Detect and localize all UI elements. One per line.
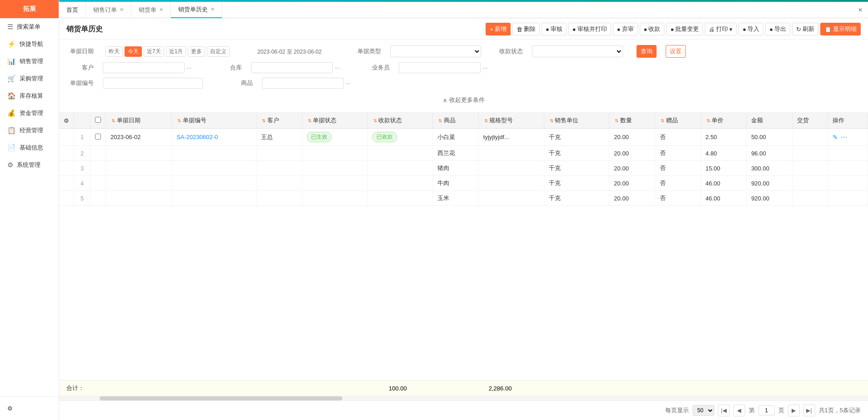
doc-type-select[interactable] bbox=[390, 45, 481, 57]
show-detail-button[interactable]: 📋 显示明细 bbox=[820, 23, 861, 35]
th-unit[interactable]: ⇅ 销售单位 bbox=[544, 113, 609, 129]
sidebar-item-label: 搜索菜单 bbox=[17, 23, 40, 31]
query-button[interactable]: 查询 bbox=[637, 45, 657, 58]
settings-button[interactable]: 设置 bbox=[666, 45, 686, 58]
warehouse-input[interactable] bbox=[251, 62, 333, 73]
th-pay-status[interactable]: ⇅ 收款状态 bbox=[367, 113, 433, 129]
th-spec[interactable]: ⇅ 规格型号 bbox=[478, 113, 544, 129]
date-btn-7days[interactable]: 近7天 bbox=[144, 46, 164, 57]
table-scrollbar[interactable] bbox=[59, 396, 868, 400]
th-goods[interactable]: ⇅ 商品 bbox=[433, 113, 479, 129]
table-row[interactable]: 12023-06-02SA-20230602-0王总已生效已收款小白菜tyjyj… bbox=[59, 129, 868, 146]
warehouse-more-icon[interactable]: ··· bbox=[335, 64, 340, 71]
export-icon: ● bbox=[769, 26, 773, 33]
date-btn-custom[interactable]: 自定义 bbox=[207, 46, 230, 57]
refresh-button[interactable]: ↻ 刷新 bbox=[792, 23, 818, 35]
th-date[interactable]: ⇅ 单据日期 bbox=[106, 113, 172, 129]
approve-button[interactable]: ● 审核 bbox=[542, 23, 567, 35]
row-checkbox-cell[interactable] bbox=[90, 161, 106, 176]
edit-button[interactable]: ✎ bbox=[833, 134, 838, 141]
sidebar-item-system[interactable]: ⚙ 系统管理 bbox=[0, 156, 59, 174]
sidebar-item-finance[interactable]: 💰 资金管理 bbox=[0, 105, 59, 122]
abandon-button[interactable]: ● 弃审 bbox=[613, 23, 638, 35]
summary-label: 合计： bbox=[66, 384, 84, 392]
cell-goods: 牛肉 bbox=[433, 176, 479, 191]
sidebar-logo: 拓展 bbox=[0, 0, 59, 18]
table-row[interactable]: 3猪肉千克20.00否15.00300.00 bbox=[59, 161, 868, 176]
row-checkbox-cell[interactable] bbox=[90, 146, 106, 161]
scrollbar-thumb[interactable] bbox=[100, 396, 342, 400]
page-input[interactable] bbox=[758, 405, 775, 415]
import-button[interactable]: ● 导入 bbox=[738, 23, 763, 35]
salesman-input[interactable] bbox=[399, 62, 481, 73]
date-btn-1month[interactable]: 近1月 bbox=[166, 46, 186, 57]
sidebar-item-inventory[interactable]: 🏠 库存核算 bbox=[0, 87, 59, 105]
goods-more-icon[interactable]: ··· bbox=[346, 80, 351, 87]
doc-no-input[interactable] bbox=[103, 78, 203, 89]
tab-home[interactable]: 首页 bbox=[59, 2, 86, 18]
doc-no-link[interactable]: SA-20230602-0 bbox=[176, 134, 218, 140]
collect-button[interactable]: ● 收款 bbox=[640, 23, 665, 35]
th-gift[interactable]: ⇅ 赠品 bbox=[655, 113, 701, 129]
collapse-button[interactable]: ∧ 收起更多条件 bbox=[66, 93, 861, 107]
next-page-button[interactable]: ▶ bbox=[788, 405, 800, 416]
date-btn-more[interactable]: 更多 bbox=[188, 46, 205, 57]
finance-icon: 💰 bbox=[7, 109, 16, 117]
close-icon[interactable]: ✕ bbox=[211, 6, 215, 12]
select-all-checkbox[interactable] bbox=[95, 117, 101, 123]
date-btn-yesterday[interactable]: 昨天 bbox=[105, 46, 123, 57]
tab-sales-history[interactable]: 销货单历史 ✕ bbox=[171, 2, 222, 18]
tab-sales-delivery[interactable]: 销货单 ✕ bbox=[131, 2, 171, 18]
page-size-select[interactable]: 50 bbox=[692, 405, 714, 416]
sidebar-item-operations[interactable]: 📋 经营管理 bbox=[0, 122, 59, 139]
sidebar-item-search[interactable]: ☰ 搜索菜单 bbox=[0, 18, 59, 35]
purchase-icon: 🛒 bbox=[7, 75, 16, 83]
goods-input[interactable] bbox=[262, 78, 344, 89]
table-row[interactable]: 2西兰花千克20.00否4.8096.00 bbox=[59, 146, 868, 161]
customer-more-icon[interactable]: ··· bbox=[186, 64, 192, 71]
th-gear[interactable]: ⚙ bbox=[59, 113, 74, 129]
row-checkbox-cell[interactable] bbox=[90, 129, 106, 146]
export-button[interactable]: ● 导出 bbox=[765, 23, 790, 35]
table-row[interactable]: 5玉米千克20.00否46.00920.00 bbox=[59, 191, 868, 206]
th-checkbox[interactable] bbox=[90, 113, 106, 129]
salesman-more-icon[interactable]: ··· bbox=[482, 64, 488, 71]
search-menu-icon: ☰ bbox=[7, 23, 13, 31]
sidebar-item-quick-nav[interactable]: ⚡ 快捷导航 bbox=[0, 35, 59, 53]
date-range-display: 2023-06-02 至 2023-06-02 bbox=[257, 47, 348, 56]
close-icon[interactable]: ✕ bbox=[120, 7, 124, 13]
row-checkbox-cell[interactable] bbox=[90, 191, 106, 206]
row-checkbox[interactable] bbox=[95, 134, 101, 140]
sidebar-item-sales[interactable]: 📊 销售管理 bbox=[0, 53, 59, 70]
row-checkbox-cell[interactable] bbox=[90, 176, 106, 191]
close-all-tabs[interactable]: ✕ bbox=[853, 7, 868, 13]
tab-sales-order[interactable]: 销售订单 ✕ bbox=[86, 2, 131, 18]
th-customer[interactable]: ⇅ 客户 bbox=[256, 113, 302, 129]
sort-icon: ⇅ bbox=[373, 118, 377, 123]
batch-change-button[interactable]: ● 批量变更 bbox=[666, 23, 703, 35]
tab-sales-history-label: 销货单历史 bbox=[178, 5, 208, 14]
row-num: 2 bbox=[74, 146, 90, 161]
delete-button[interactable]: 🗑 删除 bbox=[512, 23, 540, 35]
approve-print-button[interactable]: ● 审核并打印 bbox=[568, 23, 611, 35]
sidebar-bottom-btn1[interactable]: ⚙ bbox=[0, 400, 59, 416]
th-doc-no[interactable]: ⇅ 单据编号 bbox=[172, 113, 256, 129]
sidebar-item-basic-info[interactable]: 📄 基础信息 bbox=[0, 139, 59, 156]
close-icon[interactable]: ✕ bbox=[159, 7, 163, 13]
first-page-button[interactable]: |◀ bbox=[718, 405, 730, 416]
cell-doc_no bbox=[172, 146, 256, 161]
th-price[interactable]: ⇅ 单价 bbox=[701, 113, 747, 129]
print-button[interactable]: 🖨 打印 ▾ bbox=[705, 23, 737, 35]
customer-input[interactable] bbox=[103, 62, 185, 73]
payment-status-select[interactable] bbox=[532, 45, 623, 57]
sort-icon: ⇅ bbox=[111, 118, 115, 123]
sidebar-item-purchase[interactable]: 🛒 采购管理 bbox=[0, 70, 59, 87]
more-actions-button[interactable]: ⋯ bbox=[841, 134, 847, 141]
th-doc-status[interactable]: ⇅ 单据状态 bbox=[302, 113, 367, 129]
date-btn-today[interactable]: 今天 bbox=[125, 46, 142, 57]
add-button[interactable]: + 新增 bbox=[486, 23, 511, 35]
table-row[interactable]: 4牛肉千克20.00否46.00920.00 bbox=[59, 176, 868, 191]
last-page-button[interactable]: ▶| bbox=[803, 405, 815, 416]
th-qty[interactable]: ⇅ 数量 bbox=[609, 113, 655, 129]
prev-page-button[interactable]: ◀ bbox=[733, 405, 745, 416]
